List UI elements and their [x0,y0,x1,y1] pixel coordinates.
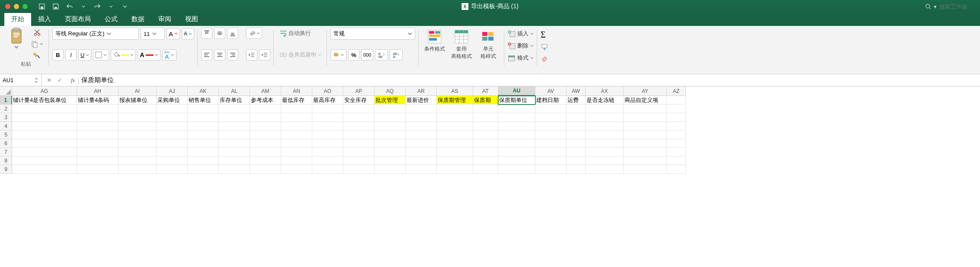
cell-AV5[interactable] [535,130,567,139]
column-header-AT[interactable]: AT [473,86,498,96]
tab-review[interactable]: 审阅 [151,13,178,26]
tab-page-layout[interactable]: 页面布局 [58,13,98,26]
delete-cells-button[interactable]: 删除 [508,42,534,50]
column-header-AZ[interactable]: AZ [667,86,686,96]
cell-AY1[interactable]: 商品自定义项 [624,96,667,105]
cell-AX4[interactable] [586,122,624,130]
cell-AW9[interactable] [567,165,586,174]
cell-AX8[interactable] [586,156,624,165]
cell-AS7[interactable] [437,148,473,156]
cell-AN2[interactable] [281,105,312,113]
bold-button[interactable]: B [52,49,64,60]
cell-AI9[interactable] [118,165,157,174]
row-header-5[interactable]: 5 [0,130,12,139]
cell-AY9[interactable] [624,165,667,174]
cell-AO7[interactable] [312,148,343,156]
close-window-button[interactable] [5,4,10,9]
currency-button[interactable] [330,49,346,60]
cell-AZ8[interactable] [667,156,686,165]
cell-AY5[interactable] [624,130,667,139]
cell-AW8[interactable] [567,156,586,165]
qat-customize-icon[interactable] [121,3,129,10]
cell-AX6[interactable] [586,139,624,148]
cell-AI4[interactable] [118,122,157,130]
cell-AZ3[interactable] [667,113,686,122]
cell-AR3[interactable] [406,113,437,122]
cell-AH6[interactable] [77,139,118,148]
cell-AI1[interactable]: 报表辅单位 [118,96,157,105]
cell-AL6[interactable] [219,139,250,148]
cell-AJ6[interactable] [157,139,188,148]
cell-AZ1[interactable] [667,96,686,105]
cell-AH5[interactable] [77,130,118,139]
cell-AX9[interactable] [586,165,624,174]
cell-AR8[interactable] [406,156,437,165]
cell-AG6[interactable] [12,139,77,148]
cell-AU3[interactable] [498,113,535,122]
search-box[interactable]: ▾ [925,3,980,10]
copy-button[interactable] [29,39,45,49]
conditional-format-button[interactable]: 条件格式 [422,28,447,53]
cell-AL9[interactable] [219,165,250,174]
cell-AK9[interactable] [188,165,219,174]
cell-AQ8[interactable] [375,156,406,165]
cell-AI6[interactable] [118,139,157,148]
cell-AM8[interactable] [250,156,281,165]
maximize-window-button[interactable] [22,4,28,9]
cell-AV1[interactable]: 建档日期 [535,96,567,105]
cell-AU8[interactable] [498,156,535,165]
cell-AK7[interactable] [188,148,219,156]
cell-AM4[interactable] [250,122,281,130]
cell-AT1[interactable]: 保质期 [473,96,498,105]
format-cells-button[interactable]: 格式 [508,54,534,62]
cell-AK3[interactable] [188,113,219,122]
cell-AG4[interactable] [12,122,77,130]
cell-AL8[interactable] [219,156,250,165]
cells-area[interactable]: 辅计量4是否包装单位辅计量4条码报表辅单位采购单位销售单位库存单位参考成本最低库… [12,96,686,174]
cancel-formula-button[interactable]: ✕ [47,77,51,83]
fill-color-button[interactable] [111,49,136,60]
cell-AZ2[interactable] [667,105,686,113]
cell-AX2[interactable] [586,105,624,113]
cell-AO9[interactable] [312,165,343,174]
cell-AK8[interactable] [188,156,219,165]
cell-AM6[interactable] [250,139,281,148]
cell-AV3[interactable] [535,113,567,122]
cell-AI2[interactable] [118,105,157,113]
cell-AY7[interactable] [624,148,667,156]
cell-AV7[interactable] [535,148,567,156]
border-button[interactable] [93,49,109,60]
cell-AX5[interactable] [586,130,624,139]
comma-button[interactable]: 000 [361,49,373,60]
cell-AP1[interactable]: 安全库存 [343,96,375,105]
cell-AZ9[interactable] [667,165,686,174]
cell-AH9[interactable] [77,165,118,174]
cell-AM1[interactable]: 参考成本 [250,96,281,105]
cell-AN9[interactable] [281,165,312,174]
column-header-AM[interactable]: AM [250,86,281,96]
cell-AP2[interactable] [343,105,375,113]
cell-AI8[interactable] [118,156,157,165]
cell-AS4[interactable] [437,122,473,130]
paste-button[interactable] [6,28,27,60]
cell-AU6[interactable] [498,139,535,148]
cell-AQ7[interactable] [375,148,406,156]
cell-AL3[interactable] [219,113,250,122]
cell-AQ5[interactable] [375,130,406,139]
format-painter-button[interactable] [29,50,45,60]
minimize-window-button[interactable] [14,4,19,9]
column-header-AS[interactable]: AS [437,86,473,96]
cell-AJ1[interactable]: 采购单位 [157,96,188,105]
undo-dropdown-icon[interactable] [80,3,87,10]
font-color-button[interactable]: A [138,49,160,60]
cell-AW6[interactable] [567,139,586,148]
column-header-AG[interactable]: AG [12,86,77,96]
cell-AK4[interactable] [188,122,219,130]
cell-AP5[interactable] [343,130,375,139]
cell-AH4[interactable] [77,122,118,130]
clear-button[interactable] [541,55,548,62]
name-box-stepper-icon[interactable] [34,78,38,83]
column-header-AY[interactable]: AY [624,86,667,96]
number-format-combo[interactable]: 常规 [330,28,415,40]
row-header-3[interactable]: 3 [0,113,12,122]
